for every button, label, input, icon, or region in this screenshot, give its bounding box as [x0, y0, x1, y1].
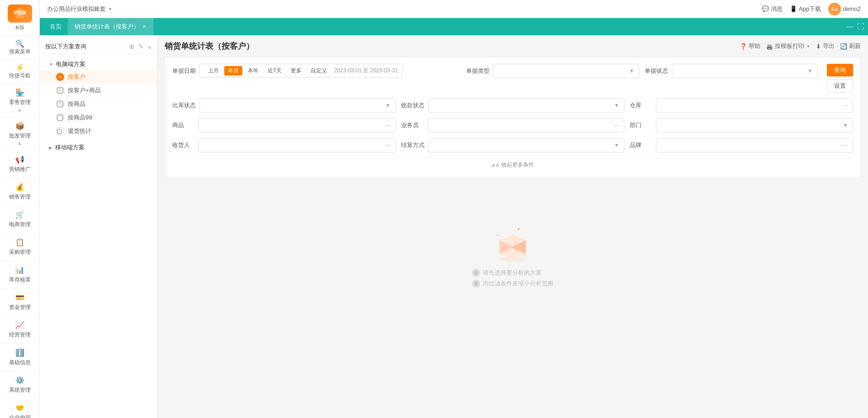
tab-home[interactable]: 首页	[43, 18, 68, 35]
mobile-section-label: 移动端方案	[55, 143, 85, 152]
refresh-icon: 🔄	[840, 43, 847, 50]
sidebar: 好生意 标版 🔍 搜索菜单 ⚡ 快捷导航 🏪 零售管理 ▲ 📦 批发管理 ▲ 📢…	[0, 0, 40, 418]
sidebar-item-system[interactable]: ⚙️ 系统管理	[0, 371, 39, 399]
sidebar-item-operations[interactable]: 📈 经营管理	[0, 316, 39, 344]
department-select[interactable]: ▼	[656, 118, 853, 133]
salesperson-item: 业务员 ···	[401, 118, 624, 133]
collapse-button[interactable]: ∧∧ 收起更多条件	[491, 161, 534, 169]
sidebar-item-basic[interactable]: ℹ️ 基础信息	[0, 344, 39, 371]
query-button[interactable]: 查询	[827, 64, 853, 76]
out-status-label: 出库状态	[172, 101, 196, 109]
date-btn-last-month[interactable]: 上月	[204, 66, 222, 76]
warehouse-select[interactable]: ···	[656, 98, 853, 113]
doc-status-select[interactable]: ▼	[672, 64, 818, 78]
tab-bar-actions: — ⛶	[846, 23, 864, 31]
app-subtitle: 标版	[4, 24, 36, 31]
tab-bar: 首页 销货单统计表（按客户） ✕ — ⛶	[40, 18, 868, 35]
sidebar-item-enterprise[interactable]: 🤝 企业协同	[0, 399, 39, 418]
payment-dropdown-icon: ▼	[614, 142, 619, 148]
product-select[interactable]: ···	[198, 118, 396, 133]
schema-by-customer-product[interactable]: 按客户+商品	[40, 84, 157, 97]
schema-by-product-99[interactable]: 按商品99	[40, 111, 157, 124]
search-menu[interactable]: 🔍 搜索菜单	[0, 36, 39, 60]
export-button[interactable]: ⬇ 导出	[816, 42, 835, 50]
inventory-icon: 📊	[15, 266, 24, 274]
filter-area: 单据日期 上月 本月 本年 近7天 更多 自定义 2023-03-01 至 20…	[165, 57, 861, 178]
salesperson-label: 业务员	[401, 121, 424, 129]
doctype-dropdown-icon: ▼	[629, 68, 634, 74]
payment-method-select[interactable]: ▼	[428, 138, 624, 152]
date-label: 单据日期	[172, 67, 196, 75]
sidebar-item-finance[interactable]: 💳 资金管理	[0, 289, 39, 316]
edit-schema-button[interactable]: ✎	[138, 43, 144, 51]
download-icon: 📱	[790, 5, 797, 12]
avatar: Ea	[828, 3, 841, 15]
schema-by-product[interactable]: 按商品	[40, 97, 157, 111]
settings-button[interactable]: 设置	[827, 79, 853, 93]
mobile-section-toggle[interactable]: ▶ 移动端方案	[40, 142, 157, 153]
page-title-bar: 销货单统计表（按客户） ❓ 帮助 🖨️ 按模板打印 ▼ ⬇ 导出	[165, 41, 861, 52]
app-logo: 好生意 标版	[0, 0, 39, 36]
schema-return-stats[interactable]: 退货统计	[40, 124, 157, 138]
tab-close-icon[interactable]: ✕	[142, 24, 146, 30]
page-actions: ❓ 帮助 🖨️ 按模板打印 ▼ ⬇ 导出 🔄 刷新	[740, 42, 861, 50]
dropdown-arrow-icon: ▼	[108, 6, 113, 12]
consignee-label: 收货人	[172, 141, 195, 149]
schema-item-icon	[56, 127, 64, 135]
date-btn-this-year[interactable]: 本年	[244, 66, 262, 76]
app-download-button[interactable]: 📱 App下载	[790, 5, 821, 13]
purchase-icon: 📋	[15, 238, 24, 247]
help-button[interactable]: ❓ 帮助	[740, 42, 760, 50]
salesperson-select[interactable]: ···	[427, 118, 624, 133]
consignee-ellipsis-icon: ···	[385, 141, 391, 149]
basic-icon: ℹ️	[15, 348, 24, 357]
quick-nav[interactable]: ⚡ 快捷导航	[0, 60, 39, 84]
doc-type-label: 单据类型	[466, 67, 490, 75]
date-filter[interactable]: 上月 本月 本年 近7天 更多 自定义 2023-03-01 至 2023-03…	[199, 64, 403, 78]
sales-icon: 💰	[15, 183, 24, 191]
consignee-select[interactable]: ···	[198, 138, 396, 152]
refresh-button[interactable]: 🔄 刷新	[840, 42, 861, 50]
date-btn-more[interactable]: 更多	[287, 66, 305, 76]
schema-by-customer[interactable]: ● 按客户	[40, 70, 157, 84]
sidebar-item-wholesale[interactable]: 📦 批发管理 ▲	[0, 117, 39, 151]
left-panel: 按以下方案查询 ⊕ ✎ « ▼ 电脑端方案 ● 按客户	[40, 35, 157, 418]
receipt-status-item: 收款状态 ▼	[401, 98, 624, 113]
product-item: 商品 ···	[172, 118, 396, 133]
sidebar-item-ecommerce[interactable]: 🛒 电商管理	[0, 206, 39, 233]
messages-button[interactable]: 💬 消息	[762, 5, 783, 13]
date-btn-7days[interactable]: 近7天	[264, 66, 285, 76]
date-btn-this-month[interactable]: 本月	[224, 66, 242, 76]
print-button[interactable]: 🖨️ 按模板打印 ▼	[766, 42, 811, 50]
pc-schema-items: ● 按客户 按客户+商品 按商品	[40, 70, 157, 138]
help-icon: ❓	[740, 43, 747, 50]
sidebar-item-inventory[interactable]: 📊 库存核算	[0, 261, 39, 289]
tab-maximize-icon[interactable]: ⛶	[857, 23, 864, 31]
sidebar-item-purchase[interactable]: 📋 采购管理	[0, 233, 39, 261]
wholesale-icon: 📦	[15, 122, 24, 130]
doc-type-select[interactable]: ▼	[493, 64, 639, 78]
left-panel-header: 按以下方案查询 ⊕ ✎ «	[40, 40, 157, 54]
date-btn-custom[interactable]: 自定义	[307, 66, 330, 76]
industry-selector[interactable]: 办公用品行业模拟账套 ▼	[47, 5, 113, 13]
export-icon: ⬇	[816, 43, 821, 50]
expand-icon: ▲	[18, 141, 22, 146]
tab-minimize-icon[interactable]: —	[846, 23, 854, 31]
empty-hint-item-2: ② 用过滤条件来缩小分析范围	[472, 280, 553, 288]
collapse-panel-button[interactable]: «	[148, 43, 151, 51]
receipt-status-select[interactable]: ▼	[428, 98, 624, 113]
svg-text:✦: ✦	[516, 226, 521, 232]
sidebar-item-sales[interactable]: 💰 销售管理	[0, 178, 39, 206]
add-schema-button[interactable]: ⊕	[129, 43, 135, 51]
sidebar-item-marketing[interactable]: 📢 营销推广	[0, 151, 39, 178]
pc-section-toggle[interactable]: ▼ 电脑端方案	[40, 58, 157, 70]
retail-icon: 🏪	[15, 88, 24, 97]
user-profile[interactable]: Ea demo2	[828, 3, 861, 15]
sidebar-item-retail[interactable]: 🏪 零售管理 ▲	[0, 84, 39, 117]
query-btn-group: 查询 设置	[827, 64, 853, 93]
out-status-select[interactable]: ▼	[199, 98, 396, 113]
hint-num-1: ①	[472, 269, 480, 277]
brand-select[interactable]: ···	[656, 138, 853, 152]
tab-sales-stats[interactable]: 销货单统计表（按客户） ✕	[68, 18, 153, 35]
empty-hint-item-1: ① 请先选择要分析的方案	[472, 269, 553, 277]
